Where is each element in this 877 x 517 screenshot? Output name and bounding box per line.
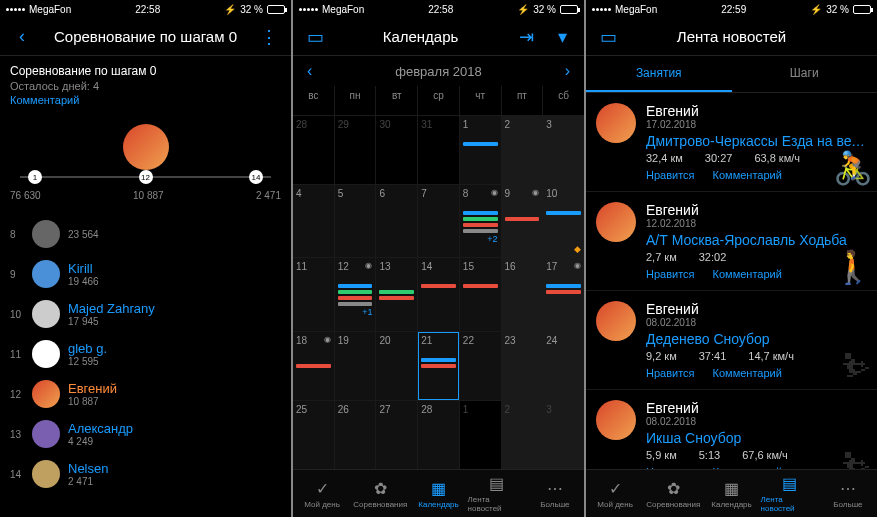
calendar-day[interactable]: 2 xyxy=(502,116,543,184)
leaderboard-row[interactable]: 8 23 564 xyxy=(10,214,281,254)
feed-date: 17.02.2018 xyxy=(646,119,867,130)
calendar-day[interactable]: 19 xyxy=(335,332,376,400)
next-month-icon[interactable]: › xyxy=(565,62,570,80)
activity-bar xyxy=(463,223,498,227)
calendar-day[interactable]: 2 xyxy=(502,401,543,469)
calendar-day[interactable]: 12◉+1 xyxy=(335,258,376,330)
avatar xyxy=(32,420,60,448)
leaderboard-row[interactable]: 12 Евгений 10 887 xyxy=(10,374,281,414)
comment-button[interactable]: Комментарий xyxy=(713,367,782,379)
calendar-day[interactable]: 6 xyxy=(376,185,417,257)
comment-link[interactable]: Комментарий xyxy=(10,94,281,106)
activity-bar xyxy=(296,284,331,288)
like-button[interactable]: Нравится xyxy=(646,367,695,379)
nav-feed[interactable]: ▤Лента новостей xyxy=(761,470,819,517)
calendar-day[interactable]: 7 xyxy=(418,185,459,257)
nav-myday[interactable]: ✓Мой день xyxy=(293,470,351,517)
nav-calendar[interactable]: ▦Календарь xyxy=(409,470,467,517)
feed-user: Евгений xyxy=(646,301,867,317)
calendar-day[interactable]: 11 xyxy=(293,258,334,330)
calendar-day[interactable]: 28 xyxy=(418,401,459,469)
import-icon[interactable]: ⇥ xyxy=(514,25,538,49)
calendar-day[interactable]: 17◉ xyxy=(543,258,584,330)
calendar-day[interactable]: 4 xyxy=(293,185,334,257)
camera-icon: ◉ xyxy=(324,335,331,344)
tab-steps[interactable]: Шаги xyxy=(732,56,878,92)
calendar-day[interactable]: 16 xyxy=(502,258,543,330)
back-icon[interactable]: ‹ xyxy=(10,25,34,49)
activity-bar xyxy=(505,211,540,215)
calendar-day[interactable]: 3 xyxy=(543,401,584,469)
calendar-day[interactable]: 15 xyxy=(460,258,501,330)
comment-button[interactable]: Комментарий xyxy=(713,268,782,280)
bottom-nav: ✓Мой день ✿Соревнования ▦Календарь ▤Лент… xyxy=(586,469,877,517)
like-button[interactable]: Нравится xyxy=(646,466,695,469)
inbox-icon[interactable]: ▭ xyxy=(596,25,620,49)
stat-speed: 67,6 км/ч xyxy=(742,449,788,461)
calendar-day[interactable]: 24 xyxy=(543,332,584,400)
calendar-day[interactable]: 1 xyxy=(460,116,501,184)
calendar-day[interactable]: 30 xyxy=(376,116,417,184)
calendar-day[interactable]: 18◉ xyxy=(293,332,334,400)
feed-item[interactable]: Евгений 08.02.2018 Деденево Сноубор 9,2 … xyxy=(586,291,877,390)
nav-feed[interactable]: ▤Лента новостей xyxy=(468,470,526,517)
comment-button[interactable]: Комментарий xyxy=(713,466,782,469)
feed-item[interactable]: Евгений 12.02.2018 А/Т Москва-Ярославль … xyxy=(586,192,877,291)
more-indicator: +1 xyxy=(338,307,373,317)
battery-pct: 32 % xyxy=(240,4,263,15)
calendar-day[interactable]: 1 xyxy=(460,401,501,469)
calendar-day[interactable]: 26 xyxy=(335,401,376,469)
calendar-day[interactable]: 13 xyxy=(376,258,417,330)
leaderboard-row[interactable]: 13 Александр 4 249 xyxy=(10,414,281,454)
nav-calendar[interactable]: ▦Календарь xyxy=(702,470,760,517)
challenge-name: Соревнование по шагам 0 xyxy=(10,64,281,78)
prev-month-icon[interactable]: ‹ xyxy=(307,62,312,80)
calendar-day[interactable]: 21 xyxy=(418,332,459,400)
feed-item[interactable]: Евгений 17.02.2018 Дмитрово-Черкассы Езд… xyxy=(586,93,877,192)
user-score: 19 466 xyxy=(68,276,281,287)
calendar-day[interactable]: 8◉+2 xyxy=(460,185,501,257)
activity-bar xyxy=(296,358,331,362)
calendar-day[interactable]: 25 xyxy=(293,401,334,469)
stat-distance: 2,7 км xyxy=(646,251,677,263)
rank: 13 xyxy=(10,429,24,440)
calendar-day[interactable]: 9◉ xyxy=(502,185,543,257)
activity-bar xyxy=(338,302,373,306)
user-avatar xyxy=(123,124,169,170)
tab-activities[interactable]: Занятия xyxy=(586,56,732,92)
user-score: 17 945 xyxy=(68,316,281,327)
calendar-day[interactable]: 20 xyxy=(376,332,417,400)
like-button[interactable]: Нравится xyxy=(646,268,695,280)
inbox-icon[interactable]: ▭ xyxy=(303,25,327,49)
filter-icon[interactable]: ▾ xyxy=(550,25,574,49)
day-of-week: сб xyxy=(543,86,584,115)
leaderboard-row[interactable]: 10 Majed Zahrany 17 945 xyxy=(10,294,281,334)
calendar-day[interactable]: 28 xyxy=(293,116,334,184)
comment-button[interactable]: Комментарий xyxy=(713,169,782,181)
nav-more[interactable]: ⋯Больше xyxy=(819,470,877,517)
nav-competitions[interactable]: ✿Соревнования xyxy=(644,470,702,517)
feed-user: Евгений xyxy=(646,400,867,416)
nav-myday[interactable]: ✓Мой день xyxy=(586,470,644,517)
calendar-day[interactable]: 5 xyxy=(335,185,376,257)
leaderboard-row[interactable]: 14 Nelsen 2 471 xyxy=(10,454,281,494)
user-name: Евгений xyxy=(68,381,281,396)
like-button[interactable]: Нравится xyxy=(646,169,695,181)
feed-item[interactable]: Евгений 08.02.2018 Икша Сноубор 5,9 км 5… xyxy=(586,390,877,469)
calendar-day[interactable]: 27 xyxy=(376,401,417,469)
header: ▭ Лента новостей xyxy=(586,18,877,56)
nav-competitions[interactable]: ✿Соревнования xyxy=(351,470,409,517)
more-icon: ⋯ xyxy=(547,479,563,498)
calendar-day[interactable]: 14 xyxy=(418,258,459,330)
menu-icon[interactable]: ⋮ xyxy=(257,25,281,49)
leaderboard-row[interactable]: 11 gleb g. 12 595 xyxy=(10,334,281,374)
nav-more[interactable]: ⋯Больше xyxy=(526,470,584,517)
calendar-day[interactable]: 31 xyxy=(418,116,459,184)
calendar-day[interactable]: 29 xyxy=(335,116,376,184)
activity-bar xyxy=(463,211,498,215)
calendar-day[interactable]: 3 xyxy=(543,116,584,184)
calendar-day[interactable]: 22 xyxy=(460,332,501,400)
calendar-day[interactable]: 23 xyxy=(502,332,543,400)
calendar-day[interactable]: 10◆ xyxy=(543,185,584,257)
leaderboard-row[interactable]: 9 Kirill 19 466 xyxy=(10,254,281,294)
